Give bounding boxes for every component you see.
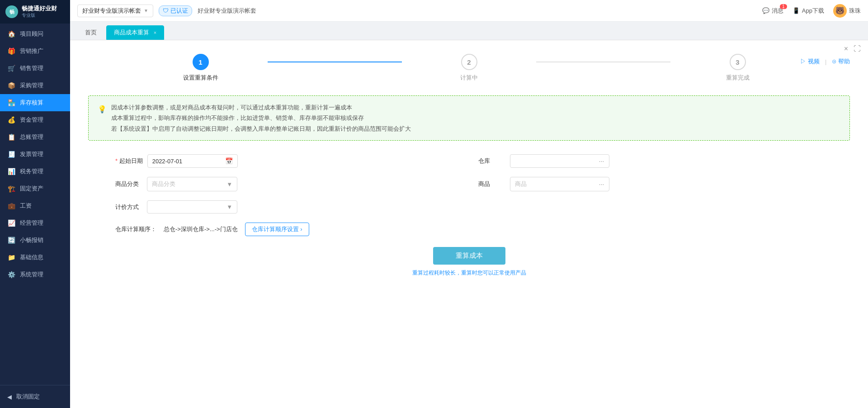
goods-label: 商品 [478, 180, 505, 188]
message-badge: 1 [780, 4, 787, 9]
warehouse-input[interactable]: ··· [510, 154, 609, 168]
unpin-icon: ◀ [7, 394, 12, 400]
category-select[interactable]: 商品分类 ▼ [147, 177, 237, 191]
tab-home[interactable]: 首页 [77, 25, 104, 40]
sidebar-item-accounting[interactable]: 📋总账管理 [0, 128, 70, 146]
sidebar-item-label: 工资 [20, 202, 32, 210]
sidebar-unpin[interactable]: ◀ 取消固定 [0, 389, 70, 404]
chevron-down-icon: ▼ [226, 204, 232, 210]
step-line-2 [536, 62, 670, 62]
sidebar-item-salary[interactable]: 💼工资 [0, 197, 70, 214]
sidebar-header: 畅 畅捷通好业财 专业版 [0, 0, 70, 24]
app-logo: 畅 [5, 5, 18, 18]
sidebar-bottom: ◀ 取消固定 [0, 385, 70, 408]
steps-container: 1 设置重算条件 2 计算中 3 重算完成 ▷ 视频 | ⊙ [88, 54, 850, 82]
more-icon[interactable]: ··· [599, 157, 604, 165]
step-3: 3 重算完成 [670, 54, 805, 82]
submit-button[interactable]: 重算成本 [433, 247, 505, 265]
warehouse-order-settings-button[interactable]: 仓库计算顺序设置 › [245, 223, 309, 236]
message-button[interactable]: 💬 消息 1 [762, 7, 783, 15]
help-link[interactable]: ⊙ 帮助 [832, 57, 850, 66]
sidebar-item-sales[interactable]: 🛒销售管理 [0, 60, 70, 77]
warehouse-label: 仓库 [478, 157, 505, 165]
sidebar-item-tax[interactable]: 📊税务管理 [0, 163, 70, 180]
sidebar-item-label: 项目顾问 [20, 30, 43, 38]
sidebar-item-label: 经营管理 [20, 219, 43, 227]
invoice-icon: 🧾 [7, 150, 15, 158]
tab-cost-recalc[interactable]: 商品成本重算 × [106, 25, 164, 40]
form-row-3: 计价方式 ▼ [115, 200, 823, 213]
step-1: 1 设置重算条件 [133, 54, 268, 82]
shield-icon: 🛡 [163, 7, 169, 14]
sidebar-item-label: 资金管理 [20, 116, 43, 124]
system-icon: ⚙️ [7, 270, 15, 279]
sidebar-item-label: 固定资产 [20, 185, 43, 193]
close-window-button[interactable]: × [844, 45, 848, 53]
sidebar-item-marketing[interactable]: 🎁营销推广 [0, 43, 70, 60]
topbar-right: 💬 消息 1 📱 App下载 🐻 珠珠 [762, 4, 861, 18]
category-field: 商品分类 商品分类 ▼ [115, 177, 460, 191]
start-date-field: 起始日期 2022-07-01 📅 [115, 154, 460, 168]
step-3-circle: 3 [730, 54, 746, 70]
goods-field: 商品 商品 ··· [478, 177, 823, 191]
info-text: 因成本计算参数调整，或是对商品成本有疑问时，可以通过成本重算功能，重新计算一遍成… [111, 102, 411, 134]
tax-icon: 📊 [7, 167, 15, 176]
more-icon[interactable]: ··· [599, 180, 604, 188]
start-date-input[interactable]: 2022-07-01 📅 [147, 154, 238, 168]
goods-input[interactable]: 商品 ··· [510, 177, 609, 191]
user-menu[interactable]: 🐻 珠珠 [833, 4, 861, 18]
step-line-1 [268, 62, 402, 62]
sidebar-item-basic[interactable]: 📁基础信息 [0, 249, 70, 266]
calendar-icon[interactable]: 📅 [225, 157, 233, 165]
salary-icon: 💼 [7, 202, 15, 210]
sidebar-item-finance[interactable]: 💰资金管理 [0, 111, 70, 128]
app-download-button[interactable]: 📱 App下载 [793, 7, 824, 15]
account-name: 好业财专业版演示帐套 [198, 7, 256, 15]
message-icon: 💬 [762, 7, 769, 14]
form-row-2: 商品分类 商品分类 ▼ 商品 商品 ··· [115, 177, 823, 191]
sidebar-item-inventory[interactable]: 🏪库存核算 [0, 94, 70, 111]
step-1-circle: 1 [193, 54, 209, 70]
main: 好业财专业版演示帐套 ▼ 🛡 已认证 好业财专业版演示帐套 💬 消息 1 📱 A… [70, 0, 868, 408]
finance-icon: 💰 [7, 116, 15, 124]
window-controls: × ⛶ [844, 45, 861, 53]
pricing-field: 计价方式 ▼ [115, 200, 460, 213]
sidebar-item-project[interactable]: 🏠项目顾问 [0, 25, 70, 43]
category-label: 商品分类 [115, 180, 142, 188]
step-1-label: 设置重算条件 [183, 74, 218, 82]
sidebar-item-system[interactable]: ⚙️系统管理 [0, 266, 70, 283]
account-select[interactable]: 好业财专业版演示帐套 ▼ [77, 5, 153, 17]
marketing-icon: 🎁 [7, 47, 15, 55]
form-row-1: 起始日期 2022-07-01 📅 仓库 ··· [115, 154, 823, 168]
warehouse-order-row: 仓库计算顺序： 总仓->深圳仓库->...->门店仓 仓库计算顺序设置 › [88, 223, 850, 236]
pricing-select[interactable]: ▼ [147, 200, 237, 213]
expand-window-button[interactable]: ⛶ [854, 45, 861, 53]
tab-close-icon[interactable]: × [154, 30, 156, 35]
sidebar-item-label: 系统管理 [20, 270, 43, 279]
info-box: 💡 因成本计算参数调整，或是对商品成本有疑问时，可以通过成本重算功能，重新计算一… [88, 95, 850, 141]
sidebar-item-operations[interactable]: 📈经营管理 [0, 214, 70, 232]
sidebar-item-expense[interactable]: 🔄小畅报销 [0, 232, 70, 249]
chevron-down-icon: ▼ [144, 8, 148, 13]
submit-hint: 重算过程耗时较长，重算时您可以正常使用产品 [412, 269, 526, 277]
inventory-icon: 🏪 [7, 99, 15, 107]
project-icon: 🏠 [7, 30, 15, 38]
divider: | [825, 58, 826, 65]
sales-icon: 🛒 [7, 64, 15, 72]
assets-icon: 🏗️ [7, 185, 15, 193]
submit-area: 重算成本 重算过程耗时较长，重算时您可以正常使用产品 [88, 247, 850, 277]
expense-icon: 🔄 [7, 236, 15, 244]
sidebar-item-invoice[interactable]: 🧾发票管理 [0, 146, 70, 163]
sidebar-item-assets[interactable]: 🏗️固定资产 [0, 180, 70, 197]
purchase-icon: 📦 [7, 81, 15, 90]
warehouse-order-label: 仓库计算顺序： [115, 225, 156, 233]
sidebar-item-purchase[interactable]: 📦采购管理 [0, 77, 70, 94]
step-2: 2 计算中 [402, 54, 536, 82]
operations-icon: 📈 [7, 219, 15, 227]
step-2-label: 计算中 [460, 74, 478, 82]
sidebar-item-label: 总账管理 [20, 133, 43, 141]
sidebar: 畅 畅捷通好业财 专业版 🏠项目顾问🎁营销推广🛒销售管理📦采购管理🏪库存核算💰资… [0, 0, 70, 408]
sidebar-nav: 🏠项目顾问🎁营销推广🛒销售管理📦采购管理🏪库存核算💰资金管理📋总账管理🧾发票管理… [0, 24, 70, 385]
warehouse-order-value: 总仓->深圳仓库->...->门店仓 [164, 225, 238, 233]
app-subtitle: 专业版 [22, 12, 57, 19]
